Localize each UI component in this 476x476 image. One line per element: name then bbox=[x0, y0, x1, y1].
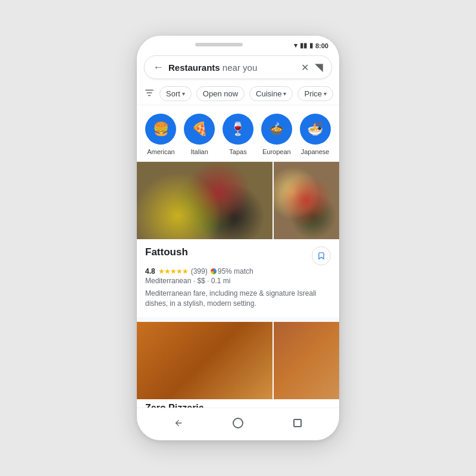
fattoush-rating-row: 4.8 ★★★★★ (399) 95% match bbox=[145, 267, 331, 275]
zero-pizzeria-photos bbox=[137, 322, 339, 399]
cuisine-row: 🍔 American 🍕 Italian 🍷 Tapas 🍲 European … bbox=[137, 105, 339, 162]
wifi-icon: ▾ bbox=[294, 42, 298, 49]
recents-square-icon bbox=[293, 419, 302, 427]
fattoush-photo-left bbox=[137, 162, 273, 239]
content-area[interactable]: Fattoush 4.8 ★★★★★ (399) 95% match bbox=[137, 162, 339, 408]
price-chip-arrow: ▾ bbox=[324, 90, 327, 97]
phone-notch bbox=[195, 43, 243, 46]
clear-icon[interactable]: ✕ bbox=[301, 62, 309, 73]
cuisine-chip[interactable]: Cuisine ▾ bbox=[249, 86, 293, 101]
filter-icon-button[interactable] bbox=[144, 87, 155, 101]
open-now-label: Open now bbox=[203, 89, 238, 98]
time-display: 8:00 bbox=[315, 42, 328, 49]
fattoush-photos bbox=[137, 162, 339, 239]
cuisine-italian-icon: 🍕 bbox=[184, 114, 215, 145]
cuisine-american-icon: 🍔 bbox=[145, 114, 176, 145]
cuisine-japanese[interactable]: 🍜 Japanese bbox=[300, 114, 331, 155]
nav-recents-button[interactable] bbox=[289, 414, 306, 432]
map-icon[interactable]: ◥ bbox=[315, 61, 323, 74]
search-bar[interactable]: ← Restaurants near you ✕ ◥ bbox=[144, 55, 332, 79]
signal-icon: ▮▮ bbox=[300, 42, 307, 49]
fattoush-stars: ★★★★★ bbox=[158, 267, 188, 275]
cuisine-tapas-label: Tapas bbox=[229, 148, 246, 155]
cuisine-european-label: European bbox=[262, 148, 291, 155]
nav-back-button[interactable] bbox=[170, 414, 187, 432]
fattoush-photo-right bbox=[274, 162, 339, 239]
fattoush-price: $$ bbox=[197, 277, 205, 285]
fattoush-description: Mediterranean fare, including meze & sig… bbox=[145, 289, 331, 309]
cuisine-tapas[interactable]: 🍷 Tapas bbox=[223, 114, 253, 155]
sort-chip-label: Sort bbox=[166, 89, 180, 98]
match-text: 95% match bbox=[218, 267, 253, 275]
phone-frame: ▾ ▮▮ ▮ 8:00 ← Restaurants near you ✕ ◥ bbox=[137, 36, 339, 440]
fattoush-header: Fattoush bbox=[145, 246, 331, 265]
restaurant-card-fattoush[interactable]: Fattoush 4.8 ★★★★★ (399) 95% match bbox=[137, 162, 339, 317]
open-now-chip[interactable]: Open now bbox=[196, 86, 245, 101]
fattoush-rating: 4.8 bbox=[145, 267, 155, 275]
search-actions: ✕ ◥ bbox=[301, 61, 323, 74]
cuisine-american-label: American bbox=[147, 148, 174, 155]
fattoush-match: 95% match bbox=[211, 267, 253, 275]
bottom-nav bbox=[137, 408, 339, 440]
fattoush-name: Fattoush bbox=[145, 246, 188, 258]
cuisine-american[interactable]: 🍔 American bbox=[145, 114, 176, 155]
zero-pizzeria-photo-left bbox=[137, 322, 273, 399]
search-query-bold: Restaurants bbox=[168, 62, 220, 73]
search-query[interactable]: Restaurants near you bbox=[168, 62, 296, 73]
cuisine-japanese-label: Japanese bbox=[301, 148, 330, 155]
fattoush-bookmark[interactable] bbox=[312, 246, 331, 265]
price-chip-label: Price bbox=[304, 89, 322, 98]
cuisine-japanese-icon: 🍜 bbox=[300, 114, 331, 145]
cuisine-chip-label: Cuisine bbox=[256, 89, 281, 98]
meta-separator-2: · bbox=[207, 277, 211, 285]
battery-icon: ▮ bbox=[309, 42, 313, 49]
sort-chip-arrow: ▾ bbox=[182, 90, 185, 97]
search-bar-container: ← Restaurants near you ✕ ◥ bbox=[137, 52, 339, 83]
fattoush-info: Fattoush 4.8 ★★★★★ (399) 95% match bbox=[137, 239, 339, 317]
restaurant-card-zero-pizzeria[interactable]: Zero Pizzeria bbox=[137, 322, 339, 408]
fattoush-distance: 0.1 mi bbox=[211, 277, 231, 285]
cuisine-italian[interactable]: 🍕 Italian bbox=[184, 114, 215, 155]
zero-pizzeria-name: Zero Pizzeria bbox=[137, 399, 339, 408]
price-chip[interactable]: Price ▾ bbox=[298, 86, 333, 101]
nav-home-button[interactable] bbox=[229, 414, 247, 432]
fattoush-meta: Mediterranean · $$ · 0.1 mi bbox=[145, 277, 331, 285]
search-query-rest: near you bbox=[220, 62, 258, 73]
home-circle-icon bbox=[233, 418, 243, 428]
google-dot bbox=[211, 268, 217, 274]
filter-row: Sort ▾ Open now Cuisine ▾ Price ▾ bbox=[137, 83, 339, 105]
cuisine-chip-arrow: ▾ bbox=[283, 90, 286, 97]
cuisine-european-icon: 🍲 bbox=[261, 114, 292, 145]
cuisine-tapas-icon: 🍷 bbox=[223, 114, 253, 145]
fattoush-review-count: (399) bbox=[191, 267, 208, 275]
cuisine-italian-label: Italian bbox=[191, 148, 208, 155]
sort-chip[interactable]: Sort ▾ bbox=[159, 86, 192, 101]
status-bar: ▾ ▮▮ ▮ 8:00 bbox=[137, 36, 339, 52]
fattoush-cuisine: Mediterranean bbox=[145, 277, 191, 285]
status-icons: ▾ ▮▮ ▮ 8:00 bbox=[294, 42, 328, 49]
back-button[interactable]: ← bbox=[153, 61, 164, 74]
cuisine-european[interactable]: 🍲 European bbox=[261, 114, 292, 155]
zero-pizzeria-photo-right bbox=[274, 322, 339, 399]
